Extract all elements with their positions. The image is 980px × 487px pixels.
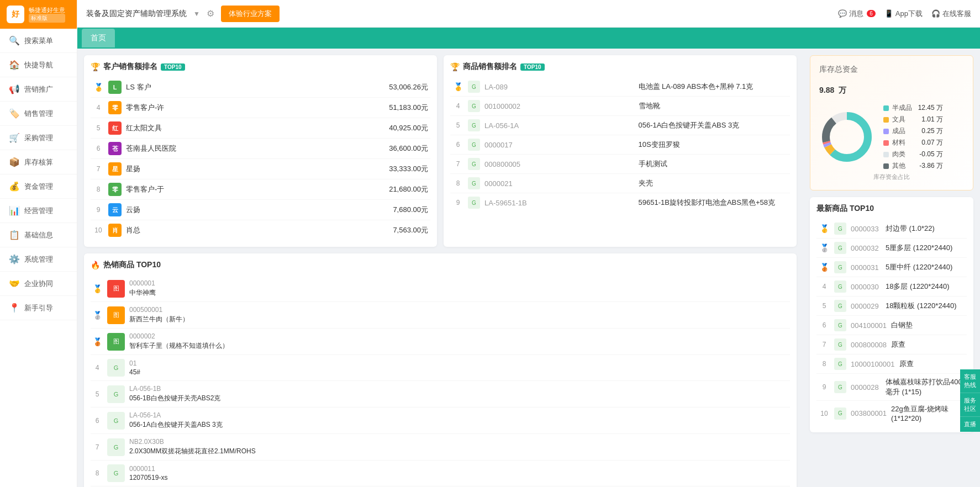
customer-amount: 40,925.00元	[389, 123, 428, 133]
product-thumb: G	[107, 412, 125, 430]
sidebar-inventory-label: 库存核算	[24, 157, 53, 167]
legend-color	[883, 163, 889, 169]
product-code: LA-089	[484, 83, 634, 91]
product-info: LA-056-1A 056-1A白色按键开关盖ABS 3克	[129, 411, 789, 430]
sidebar-sales-label: 销售管理	[24, 109, 53, 119]
sidebar-system-label: 系统管理	[24, 255, 53, 264]
avatar: 零	[108, 183, 122, 196]
rank-num: 7	[452, 160, 463, 168]
product-code: 0000028	[851, 383, 881, 391]
product-name: 夹壳	[639, 178, 788, 188]
float-btn-service[interactable]: 客服热线	[960, 369, 980, 393]
product-thumb: 图	[107, 280, 125, 298]
product-name: 18颗粒板 (1220*2440)	[886, 301, 965, 311]
float-btn-community[interactable]: 服务社区	[960, 393, 980, 417]
dropdown-arrow[interactable]: ▼	[193, 10, 200, 18]
sidebar-item-guide[interactable]: 📍 新手引导	[0, 296, 77, 320]
avatar: 苍	[108, 142, 122, 155]
sidebar-item-collaboration[interactable]: 🤝 企业协同	[0, 272, 77, 296]
online-service-item[interactable]: 🎧 在线客服	[931, 9, 971, 19]
legend-color	[883, 129, 889, 134]
rank-medal: 🥈	[819, 244, 830, 252]
system-icon: ⚙️	[9, 254, 20, 264]
rank-medal: 🥉	[819, 263, 830, 272]
product-sales-title: 🏆 商品销售额排名 TOP10	[450, 62, 790, 72]
legend-item: 其他 -3.86 万	[883, 161, 943, 171]
middle-panels: 🏆 客户销售额排名 TOP10 🥇 L LS 客户 53,006.26元 4	[77, 49, 803, 487]
customer-ranking-title: 🏆 客户销售额排名 TOP10	[91, 62, 430, 72]
sidebar-item-quicknav[interactable]: 🏠 快捷导航	[0, 53, 77, 77]
product-icon: G	[834, 280, 846, 293]
float-btn-live[interactable]: 直播	[960, 417, 980, 432]
product-icon: G	[468, 139, 480, 151]
legend-value: 1.01 万	[915, 115, 943, 124]
rank-num: 10	[93, 226, 104, 234]
tab-home[interactable]: 首页	[82, 29, 115, 47]
sidebar-item-sales[interactable]: 🏷️ 销售管理	[0, 102, 77, 126]
product-icon: G	[834, 381, 846, 393]
sidebar-item-operations[interactable]: 📊 经营管理	[0, 199, 77, 223]
message-item[interactable]: 💬 消息 6	[838, 9, 876, 19]
sidebar-item-marketing[interactable]: 📢 营销推广	[0, 77, 77, 102]
product-code: 003800001	[851, 409, 887, 417]
customer-name: 肖总	[126, 225, 388, 235]
donut-container: 半成品 12.45 万 文具 1.01 万 成品 0.25 万	[819, 103, 964, 171]
product-icon: G	[834, 261, 846, 273]
customer-name: 零售客户-许	[126, 103, 384, 113]
product-code: 0000030	[851, 283, 881, 291]
app-download-item[interactable]: 📱 App下载	[884, 9, 923, 19]
list-item: 🥈 G 0000032 5厘多层 (1220*2440)	[816, 239, 967, 258]
customer-amount: 33,333.00元	[389, 164, 428, 174]
legend-value: 12.45 万	[915, 103, 943, 113]
legend-value: -0.05 万	[915, 150, 943, 159]
list-item: 7 G 000800008 原查	[816, 335, 967, 354]
customer-amount: 36,600.00元	[389, 144, 428, 153]
list-item: 4 G 01 45#	[91, 355, 790, 381]
sidebar-item-purchase[interactable]: 🛒 采购管理	[0, 126, 77, 150]
rank-num: 7	[819, 341, 830, 348]
product-top-badge: TOP10	[520, 63, 545, 71]
table-row: 4 G 001000002 雪地靴	[450, 97, 790, 116]
legend-label: 肉类	[892, 150, 912, 159]
legend-item: 成品 0.25 万	[883, 126, 943, 136]
sidebar-item-search[interactable]: 🔍 搜索菜单	[0, 29, 77, 53]
product-code: LA-056-1A	[129, 411, 789, 419]
rank-num: 8	[819, 360, 830, 368]
topbar: 装备及固定资产辅助管理系统 ▼ ⚙ 体验行业方案 💬 消息 6 📱 App下载 …	[77, 0, 980, 28]
rank-num: 4	[819, 283, 830, 290]
gear-icon[interactable]: ⚙	[207, 8, 214, 19]
list-item: 6 G LA-056-1A 056-1A白色按键开关盖ABS 3克	[91, 407, 790, 434]
logo-text-block: 畅捷通好生意 标准版	[29, 6, 65, 23]
sidebar-item-system[interactable]: ⚙️ 系统管理	[0, 247, 77, 272]
product-code: 0000029	[851, 302, 881, 310]
list-item: 🥇 G 0000033 封边带 (1.0*22)	[816, 219, 967, 239]
avatar: 零	[108, 101, 122, 114]
legend-item: 材料 0.07 万	[883, 138, 943, 147]
legend-label: 成品	[892, 126, 912, 136]
product-thumb: G	[107, 438, 125, 456]
inventory-amount: 9.88 万	[819, 79, 964, 97]
product-info: 0000001 中华神鹰	[129, 279, 789, 298]
sidebar-guide-label: 新手引导	[24, 303, 53, 313]
sidebar-item-inventory[interactable]: 📦 库存核算	[0, 150, 77, 174]
list-item: 4 G 0000030 18多层 (1220*2440)	[816, 277, 967, 297]
trophy-icon-2: 🏆	[450, 62, 460, 71]
rank-num: 7	[93, 165, 104, 173]
avatar: L	[108, 81, 122, 94]
product-name: 18多层 (1220*2440)	[886, 282, 965, 292]
nav-tabs: 首页	[77, 28, 980, 49]
rank-medal: 🥉	[92, 337, 103, 346]
experience-btn[interactable]: 体验行业方案	[221, 6, 280, 22]
product-name: 45#	[129, 368, 789, 376]
avatar: 云	[108, 203, 122, 216]
rank-medal: 🥇	[452, 82, 463, 91]
message-label: 消息	[849, 9, 863, 19]
table-row: 5 G LA-056-1A 056-1A白色按键开关盖ABS 3克	[450, 116, 790, 135]
rank-num: 5	[92, 390, 103, 398]
sidebar-item-finance[interactable]: 💰 资金管理	[0, 174, 77, 199]
sidebar-search-label: 搜索菜单	[24, 36, 53, 46]
rank-num: 7	[92, 443, 103, 451]
rank-num: 6	[819, 321, 830, 329]
product-thumb: 图	[107, 306, 125, 324]
sidebar-item-basics[interactable]: 📋 基础信息	[0, 223, 77, 247]
